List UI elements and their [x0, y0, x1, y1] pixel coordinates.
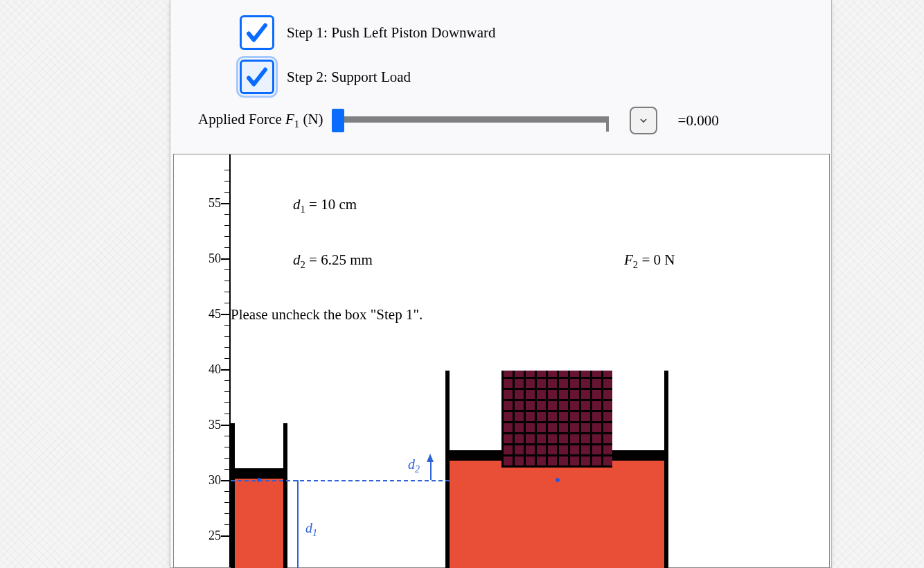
minor-tick [224, 458, 229, 459]
reference-line [231, 480, 450, 481]
minor-tick [224, 358, 229, 359]
minor-tick [224, 325, 229, 326]
right-wall-inner [445, 371, 450, 568]
tick-label: 30 [202, 473, 221, 488]
step2-row: Step 2: Support Load [240, 60, 803, 94]
step1-label: Step 1: Push Left Piston Downward [287, 24, 496, 42]
minor-tick [224, 292, 229, 292]
minor-tick [224, 502, 229, 503]
load-block [501, 371, 612, 468]
right-fluid [450, 459, 666, 568]
left-fluid [233, 477, 285, 568]
major-tick [221, 258, 229, 260]
tick-label: 40 [202, 362, 221, 377]
force-value: =0.000 [678, 112, 719, 130]
force-value-number: 0.000 [686, 112, 718, 129]
minor-tick [224, 447, 229, 447]
major-tick [221, 203, 229, 204]
minor-tick [224, 380, 229, 381]
major-tick [221, 425, 229, 426]
minor-tick [224, 170, 229, 170]
step2-label: Step 2: Support Load [287, 69, 411, 86]
check-icon [245, 64, 269, 89]
d2-marker-line [430, 461, 432, 480]
check-icon [245, 20, 269, 45]
step1-row: Step 1: Push Left Piston Downward [240, 15, 803, 50]
step-controls: Step 1: Push Left Piston Downward Step 2… [240, 15, 803, 94]
major-tick [221, 369, 229, 371]
hint-text: Please uncheck the box "Step 1". [231, 306, 423, 323]
left-wall-outer [231, 423, 235, 568]
minor-tick [224, 281, 229, 281]
d1-marker-line [297, 480, 299, 568]
major-tick [221, 535, 229, 537]
minor-tick [224, 192, 229, 193]
d2-var: d [293, 251, 301, 268]
minor-tick [224, 347, 229, 348]
minor-tick [224, 303, 229, 303]
minor-tick [224, 469, 229, 470]
chevron-down-icon [638, 115, 649, 126]
f2-value: = 0 N [638, 251, 675, 268]
minor-tick [224, 414, 229, 414]
tick-label: 55 [202, 196, 221, 211]
plot-area: d1 = 10 cm d2 = 6.25 mm F2 = 0 N Please … [173, 154, 830, 568]
force-unit: (N) [299, 111, 323, 127]
force-label-text: Applied Force [198, 111, 285, 127]
minor-tick [224, 491, 229, 492]
d2-arrow-icon [427, 454, 434, 462]
minor-tick [224, 391, 229, 392]
d1-sub: 1 [301, 204, 305, 215]
d1-value: = 10 cm [305, 196, 357, 213]
d2-marker-var: d [408, 456, 415, 472]
slider-track [339, 116, 609, 123]
step1-checkbox[interactable] [240, 15, 274, 50]
minor-tick [224, 269, 229, 270]
minor-tick [224, 436, 229, 436]
minor-tick [224, 225, 229, 226]
minor-tick [224, 402, 229, 403]
minor-tick [224, 524, 229, 525]
right-reference-dot [556, 478, 560, 482]
right-wall-outer [664, 371, 668, 568]
minor-tick [224, 513, 229, 514]
major-tick [221, 480, 229, 481]
left-piston [233, 468, 285, 479]
tick-label: 25 [202, 529, 221, 543]
d1-marker-label: d1 [305, 520, 317, 539]
d2-annotation: d2 = 6.25 mm [293, 251, 373, 271]
force-slider[interactable] [332, 109, 609, 132]
slider-track-end [606, 116, 609, 132]
force-label: Applied Force F1 (N) [198, 111, 323, 130]
left-wall-inner [283, 423, 287, 568]
d1-var: d [293, 196, 301, 213]
minor-tick [224, 214, 229, 215]
tick-label: 45 [202, 307, 221, 321]
slider-expand-button[interactable] [630, 107, 657, 134]
major-tick [221, 314, 229, 315]
minor-tick [224, 236, 229, 237]
minor-tick [224, 181, 229, 181]
slider-thumb[interactable] [332, 109, 344, 132]
f2-var: F [624, 251, 633, 268]
d1-annotation: d1 = 10 cm [293, 196, 357, 215]
d1-marker-var: d [305, 520, 312, 535]
d2-sub: 2 [301, 259, 305, 270]
tick-label: 35 [202, 418, 221, 432]
minor-tick [224, 336, 229, 337]
f2-annotation: F2 = 0 N [624, 251, 675, 271]
d1-marker-sub: 1 [312, 528, 317, 538]
step2-checkbox[interactable] [240, 60, 274, 94]
minor-tick [224, 247, 229, 248]
d2-value: = 6.25 mm [305, 251, 373, 268]
tick-label: 50 [202, 251, 221, 266]
force-slider-row: Applied Force F1 (N) =0.000 [198, 107, 803, 134]
force-var: F [285, 111, 294, 127]
equals-sign: = [678, 112, 686, 129]
d2-marker-sub: 2 [415, 464, 420, 474]
d2-marker-label: d2 [408, 456, 420, 475]
